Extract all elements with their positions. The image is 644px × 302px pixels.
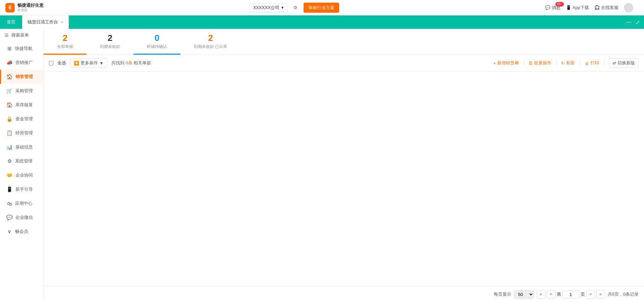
found-text: 共找到 0条 相关单据 (111, 60, 151, 66)
capital-icon: 🔒 (6, 116, 13, 122)
search-icon: ☰ (5, 33, 9, 38)
sidebar-item-member[interactable]: V 畅会员 (0, 225, 43, 239)
inventory-icon: 🏠 (6, 102, 13, 108)
found-count: 0条 (126, 60, 132, 65)
wechat-icon: 💬 (6, 215, 13, 221)
switch-icon: ⇄ (612, 61, 616, 66)
switch-version-button[interactable]: ⇄ 切换新版 (609, 58, 639, 68)
stats-tab-overdue[interactable]: 2 到期未收款 (87, 29, 133, 55)
headset-icon: 🎧 (594, 5, 600, 10)
select-all-label: 全选 (57, 60, 66, 66)
search-menu-label: 搜索菜单 (11, 32, 29, 38)
company-selector[interactable]: XXXXXX公司 ▾ (250, 3, 287, 12)
select-all-checkbox[interactable] (49, 61, 53, 65)
divider-4 (604, 60, 604, 66)
filter-icon: 🔽 (74, 61, 79, 66)
tab-bar: 首页 钱货日清工作台 × — ⤢ (0, 15, 644, 29)
tab-current[interactable]: 钱货日清工作台 × (22, 15, 69, 29)
stats-tab-pending[interactable]: 0 旺辅待确认 (133, 29, 180, 55)
sidebar-item-marketing[interactable]: 📣 营销推广 (0, 56, 43, 70)
per-page-select[interactable]: 50 20 100 (514, 290, 534, 299)
sidebar-label-basic-info: 基础信息 (15, 144, 33, 150)
sidebar-item-guide[interactable]: 📱 新手引导 (0, 182, 43, 196)
stats-all-count: 2 (63, 33, 67, 43)
toolbar: 全选 🔽 更多条件 ▼ 共找到 0条 相关单据 + 新增销货单 (44, 55, 644, 71)
sidebar-label-marketing: 营销推广 (15, 60, 33, 66)
sidebar-item-capital[interactable]: 🔒 资金管理 (0, 112, 43, 126)
message-icon: 💬 (545, 5, 550, 10)
add-sales-order-button[interactable]: + 新增销货单 (493, 60, 519, 66)
sales-icon: 🏠 (6, 74, 13, 80)
sidebar-label-quick-nav: 快捷导航 (15, 46, 33, 52)
avatar[interactable] (624, 3, 633, 12)
stats-tab-overdue-out[interactable]: 2 到期未收款 已出库 (180, 29, 240, 55)
batch-label: 批量操作 (534, 60, 551, 66)
experience-button[interactable]: 体验行业方案 (304, 3, 339, 13)
header-right: 💬 消息 99+ 📱 App下载 🎧 在线客服 (545, 3, 639, 12)
sidebar-item-enterprise[interactable]: 🤝 企业协同 (0, 168, 43, 182)
filter-label: 更多条件 (80, 60, 98, 66)
page-next-button[interactable]: > (586, 290, 595, 299)
app-logo-icon: 6 (5, 3, 15, 12)
stats-overdue-count: 2 (108, 33, 112, 43)
sidebar-item-quick-nav[interactable]: ⊞ 快捷导航 (0, 42, 43, 56)
top-header: 6 畅捷通好生意 标准版 XXXXXX公司 ▾ ⚙ 体验行业方案 💬 消息 99… (0, 0, 644, 15)
print-icon: 🖨 (585, 61, 589, 66)
tab-current-label: 钱货日清工作台 (28, 19, 58, 25)
search-menu-item[interactable]: ☰ 搜索菜单 (0, 29, 43, 42)
stats-overdue-out-label: 到期未收款 已出库 (194, 44, 227, 50)
sidebar-label-enterprise: 企业协同 (15, 172, 33, 178)
page-total: 共0页，0条记录 (608, 291, 639, 297)
settings-button[interactable]: ⚙ (291, 3, 300, 12)
stats-tab-all[interactable]: 2 全部单据 (44, 29, 87, 55)
logo-text-group: 畅捷通好生意 标准版 (17, 3, 44, 13)
found-prefix: 共找到 (111, 60, 124, 65)
sidebar-item-inventory[interactable]: 🏠 库存核算 (0, 98, 43, 112)
sidebar-label-member: 畅会员 (15, 229, 28, 235)
chevron-down-icon: ▾ (281, 5, 284, 10)
app-download-label: App下载 (573, 5, 589, 11)
tab-maximize-icon[interactable]: ⤢ (634, 18, 641, 27)
page-last-button[interactable]: » (596, 290, 605, 299)
message-button[interactable]: 💬 消息 99+ (545, 5, 560, 11)
stats-pending-count: 0 (155, 33, 159, 43)
print-button[interactable]: 🖨 打印 (585, 60, 599, 66)
guide-icon: 📱 (6, 186, 13, 192)
sidebar: ☰ 搜索菜单 ⊞ 快捷导航 📣 营销推广 🏠 销售管理 🛒 采购管理 🏠 库存核… (0, 29, 44, 302)
stats-pending-label: 旺辅待确认 (147, 44, 167, 50)
print-label: 打印 (590, 60, 599, 66)
logo-title: 畅捷通好生意 (17, 3, 44, 8)
sidebar-item-operations[interactable]: 📋 经营管理 (0, 126, 43, 140)
sidebar-item-purchase[interactable]: 🛒 采购管理 (0, 84, 43, 98)
filter-button[interactable]: 🔽 更多条件 ▼ (70, 58, 107, 68)
stats-tabs: 2 全部单据 2 到期未收款 0 旺辅待确认 2 到期未收款 已出库 (44, 29, 644, 55)
sidebar-label-operations: 经营管理 (15, 130, 33, 136)
batch-icon: ☰ (529, 61, 533, 66)
operations-icon: 📋 (6, 130, 13, 136)
sidebar-item-sales[interactable]: 🏠 销售管理 (0, 70, 43, 84)
page-number-input[interactable] (562, 291, 579, 298)
sidebar-item-enterprise-wechat[interactable]: 💬 企业微信 (0, 210, 43, 225)
page-first-button[interactable]: « (537, 290, 545, 299)
page-suffix-text: 页 (581, 291, 585, 297)
switch-label: 切换新版 (618, 60, 635, 66)
stats-all-label: 全部单据 (57, 44, 73, 50)
pagination: 每页显示 50 20 100 « < 第 页 > » 共0页，0条记录 (44, 286, 644, 302)
system-icon: ⚙ (6, 158, 12, 164)
batch-operations-button[interactable]: ☰ 批量操作 (529, 60, 551, 66)
logo-area: 6 畅捷通好生意 标准版 (5, 3, 44, 13)
online-service-button[interactable]: 🎧 在线客服 (594, 5, 619, 11)
tab-home[interactable]: 首页 (0, 15, 22, 29)
sidebar-label-app-center: 应用中心 (15, 200, 33, 206)
tab-minimize-icon[interactable]: — (625, 18, 633, 26)
sidebar-item-system[interactable]: ⚙ 系统管理 (0, 154, 43, 168)
page-prev-button[interactable]: < (547, 290, 555, 299)
sidebar-item-basic-info[interactable]: 📊 基础信息 (0, 140, 43, 154)
phone-icon: 📱 (566, 5, 571, 10)
tab-close-icon[interactable]: × (61, 20, 63, 24)
app-download-button[interactable]: 📱 App下载 (566, 5, 589, 11)
refresh-button[interactable]: ↻ 刷新 (561, 60, 575, 66)
sidebar-item-app-center[interactable]: 🛍 应用中心 (0, 196, 43, 210)
sidebar-label-guide: 新手引导 (15, 186, 33, 192)
sidebar-label-enterprise-wechat: 企业微信 (15, 215, 33, 221)
